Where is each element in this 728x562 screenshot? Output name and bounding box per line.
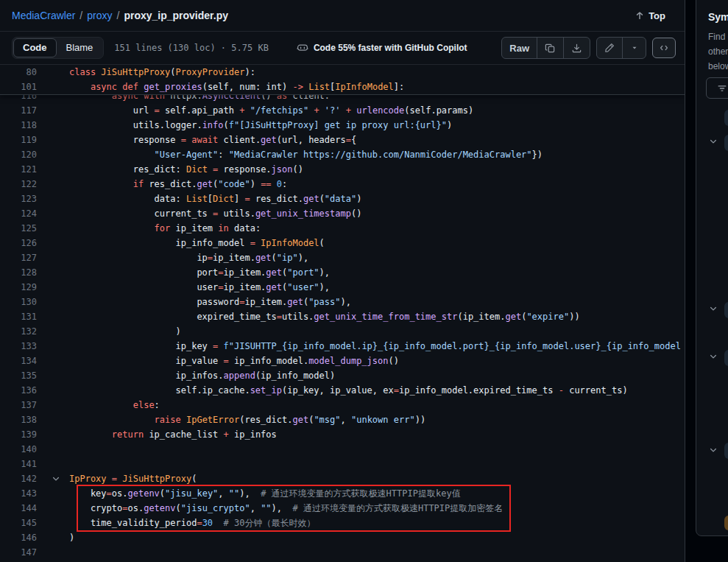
code-line-119: 119 response = await client.get(url, hea… xyxy=(0,133,685,147)
line-number[interactable]: 139 xyxy=(0,427,43,442)
line-number[interactable]: 120 xyxy=(0,147,43,162)
symbol-chip[interactable] xyxy=(724,350,728,366)
code-line-124: 124 current_ts = utils.get_unix_timestam… xyxy=(0,206,685,221)
symbols-panel-toggle-button[interactable] xyxy=(652,38,676,58)
line-number[interactable]: 122 xyxy=(0,177,43,192)
code-text: url = self.api_path + "/fetchips" + '?' … xyxy=(69,103,685,118)
symbol-chip[interactable] xyxy=(724,443,728,459)
code-line-146: 146) xyxy=(0,530,685,545)
line-number[interactable]: 118 xyxy=(0,118,43,133)
code-text: utils.logger.info(f"[JiSuHttpProxy] get … xyxy=(69,118,685,133)
code-line-144: 144 crypto=os.getenv("jisu_crypto", ""),… xyxy=(0,501,685,516)
code-text: ip=ip_item.get("ip"), xyxy=(69,250,685,265)
download-button[interactable] xyxy=(563,38,590,58)
symbol-chip-highlighted[interactable] xyxy=(724,516,728,530)
symbol-chip[interactable] xyxy=(724,135,728,151)
code-lines: 116 async with httpx.AsyncClient() as cl… xyxy=(0,88,685,560)
code-text: IpProxy = JiSuHttpProxy( xyxy=(69,471,685,486)
expander-cell xyxy=(43,118,69,133)
breadcrumb-folder-link[interactable]: proxy xyxy=(87,10,112,21)
line-number[interactable]: 130 xyxy=(0,295,43,309)
code-text: key=os.getenv("jisu_key", ""), # 通过环境变量的… xyxy=(69,486,685,501)
code-text: current_ts = utils.get_unix_timestamp() xyxy=(69,206,685,221)
code-text: expired_time_ts=utils.get_unix_time_from… xyxy=(69,309,685,324)
symbol-chip[interactable] xyxy=(724,302,728,318)
expander-cell xyxy=(43,133,69,147)
breadcrumb-filename: proxy_ip_provider.py xyxy=(124,10,228,21)
code-text xyxy=(69,457,685,471)
code-line-126: 126 ip_info_model = IpInfoModel( xyxy=(0,236,685,250)
symbols-panel-body: Symbols Find definitions and references … xyxy=(696,0,728,535)
line-number[interactable]: 131 xyxy=(0,309,43,324)
symbol-chip[interactable] xyxy=(724,110,728,126)
code-line-127: 127 ip=ip_item.get("ip"), xyxy=(0,250,685,265)
expander-cell xyxy=(43,354,69,368)
line-number[interactable]: 119 xyxy=(0,133,43,147)
expander-cell xyxy=(43,339,69,354)
line-number[interactable]: 132 xyxy=(0,324,43,339)
pencil-icon xyxy=(604,43,615,53)
symbols-filter-button[interactable] xyxy=(706,77,728,99)
back-to-top-button[interactable]: Top xyxy=(635,10,665,21)
code-text: ip_value = ip_info_model.model_dump_json… xyxy=(69,354,685,368)
expander-cell xyxy=(43,398,69,412)
line-number[interactable]: 128 xyxy=(0,265,43,280)
edit-button[interactable] xyxy=(597,38,622,58)
line-number[interactable]: 127 xyxy=(0,250,43,265)
code-text: user=ip_item.get("user"), xyxy=(69,280,685,295)
expander-cell xyxy=(43,103,69,118)
code-text: port=ip_item.get("port"), xyxy=(69,265,685,280)
line-number[interactable]: 145 xyxy=(0,516,43,530)
line-number[interactable]: 133 xyxy=(0,339,43,354)
line-number[interactable]: 146 xyxy=(0,530,43,545)
line-number[interactable]: 80 xyxy=(0,65,43,80)
line-number[interactable]: 134 xyxy=(0,354,43,368)
line-number[interactable]: 147 xyxy=(0,545,43,560)
expander-cell xyxy=(43,412,69,427)
line-number[interactable]: 126 xyxy=(0,236,43,250)
line-number[interactable]: 144 xyxy=(0,501,43,516)
line-number[interactable]: 101 xyxy=(0,80,43,94)
line-number[interactable]: 136 xyxy=(0,383,43,398)
line-number[interactable]: 143 xyxy=(0,486,43,501)
copilot-banner[interactable]: Code 55% faster with GitHub Copilot xyxy=(297,42,467,54)
line-number[interactable]: 138 xyxy=(0,412,43,427)
edit-dropdown-button[interactable] xyxy=(622,38,646,58)
line-number[interactable]: 124 xyxy=(0,206,43,221)
line-number[interactable]: 137 xyxy=(0,398,43,412)
collapse-chevron-icon[interactable] xyxy=(43,471,69,486)
line-number[interactable]: 135 xyxy=(0,368,43,383)
tab-blame[interactable]: Blame xyxy=(57,38,103,57)
breadcrumb-repo-link[interactable]: MediaCrawler xyxy=(12,10,75,21)
code-text: crypto=os.getenv("jisu_crypto", ""), # 通… xyxy=(69,501,685,516)
line-number[interactable]: 129 xyxy=(0,280,43,295)
chevron-down-icon[interactable] xyxy=(709,446,718,454)
expander-cell xyxy=(43,545,69,560)
line-number[interactable]: 117 xyxy=(0,103,43,118)
expander-cell xyxy=(43,486,69,501)
raw-button[interactable]: Raw xyxy=(502,38,537,58)
line-number[interactable]: 142 xyxy=(0,471,43,486)
expander-cell xyxy=(43,177,69,192)
triangle-down-icon xyxy=(631,44,638,52)
chevron-down-icon[interactable] xyxy=(709,304,718,313)
line-number[interactable]: 121 xyxy=(0,162,43,177)
code-line-138: 138 raise IpGetError(res_dict.get("msg",… xyxy=(0,412,685,427)
copilot-icon xyxy=(297,42,308,54)
code-line-132: 132 ) xyxy=(0,324,685,339)
line-number[interactable]: 125 xyxy=(0,221,43,236)
line-number[interactable]: 123 xyxy=(0,192,43,206)
file-metadata: 151 lines (130 loc) · 5.75 KB xyxy=(114,43,269,53)
copy-button[interactable] xyxy=(537,38,563,58)
code-text: data: List[Dict] = res_dict.get("data") xyxy=(69,192,685,206)
chevron-down-icon[interactable] xyxy=(709,137,718,146)
code-text xyxy=(69,442,685,457)
expander-cell xyxy=(43,147,69,162)
chevron-down-icon[interactable] xyxy=(709,352,718,361)
tab-code[interactable]: Code xyxy=(13,38,57,57)
toolbar-actions: Raw xyxy=(501,37,676,59)
code-line-136: 136 self.ip_cache.set_ip(ip_key, ip_valu… xyxy=(0,383,685,398)
line-number[interactable]: 140 xyxy=(0,442,43,457)
line-number[interactable]: 141 xyxy=(0,457,43,471)
code-text: ip_info_model = IpInfoModel( xyxy=(69,236,685,250)
